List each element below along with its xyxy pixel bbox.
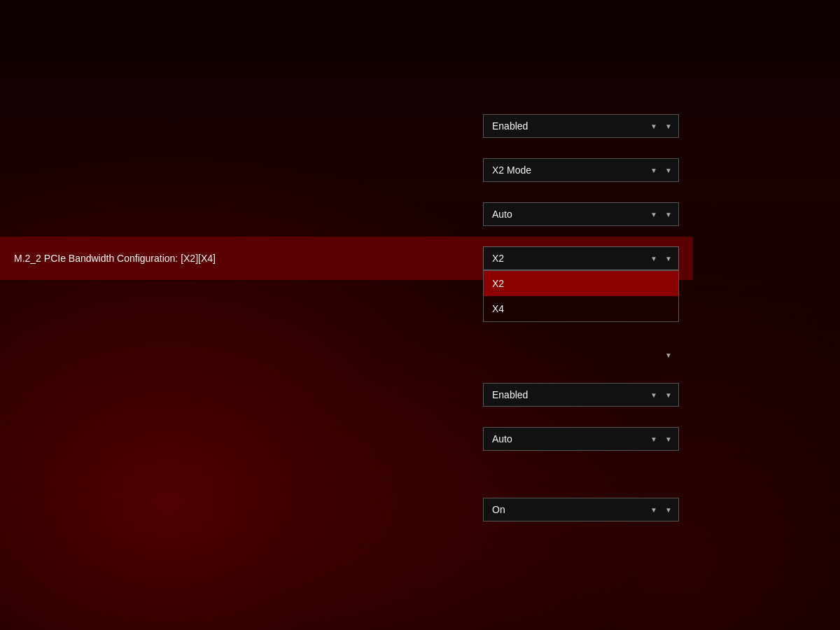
m2-2-dropdown[interactable]: X2 ▼ bbox=[483, 246, 679, 270]
m2-1-control[interactable]: Auto ▼ bbox=[483, 202, 679, 226]
chevron-down-icon: ▼ bbox=[650, 391, 657, 399]
hd-audio-control[interactable]: Enabled ▼ bbox=[483, 114, 679, 138]
setting-m2-2: M.2_2 PCIe Bandwidth Configuration: [X2]… bbox=[0, 237, 693, 281]
chevron-down-icon: ▼ bbox=[650, 167, 657, 174]
hd-audio-dropdown[interactable]: Enabled ▼ bbox=[483, 114, 679, 138]
m2-2-options: X2 X4 bbox=[483, 270, 679, 322]
chevron-down-icon: ▼ bbox=[650, 506, 657, 514]
m2-2-label: M.2_2 PCIe Bandwidth Configuration: [X2]… bbox=[14, 253, 483, 264]
asmedia-front-control[interactable]: Enabled ▼ bbox=[483, 383, 679, 407]
chevron-down-icon: ▼ bbox=[650, 211, 657, 218]
usb-type-c-control[interactable]: Auto ▼ bbox=[483, 427, 679, 451]
pciex4-control[interactable]: X2 Mode ▼ bbox=[483, 158, 679, 182]
working-state-control[interactable]: On ▼ bbox=[483, 498, 679, 522]
option-x4[interactable]: X4 bbox=[484, 296, 678, 321]
asmedia-front-dropdown[interactable]: Enabled ▼ bbox=[483, 383, 679, 407]
usb-type-c-dropdown[interactable]: Auto ▼ bbox=[483, 427, 679, 451]
pciex4-dropdown[interactable]: X2 Mode ▼ bbox=[483, 158, 679, 182]
working-state-dropdown[interactable]: On ▼ bbox=[483, 498, 679, 522]
chevron-down-icon: ▼ bbox=[650, 255, 657, 262]
chevron-down-icon: ▼ bbox=[650, 122, 657, 130]
chevron-down-icon: ▼ bbox=[650, 435, 657, 443]
option-x2[interactable]: X2 bbox=[484, 271, 678, 296]
m2-2-control[interactable]: X2 ▼ X2 X4 bbox=[483, 246, 679, 270]
m2-1-dropdown[interactable]: Auto ▼ bbox=[483, 202, 679, 226]
